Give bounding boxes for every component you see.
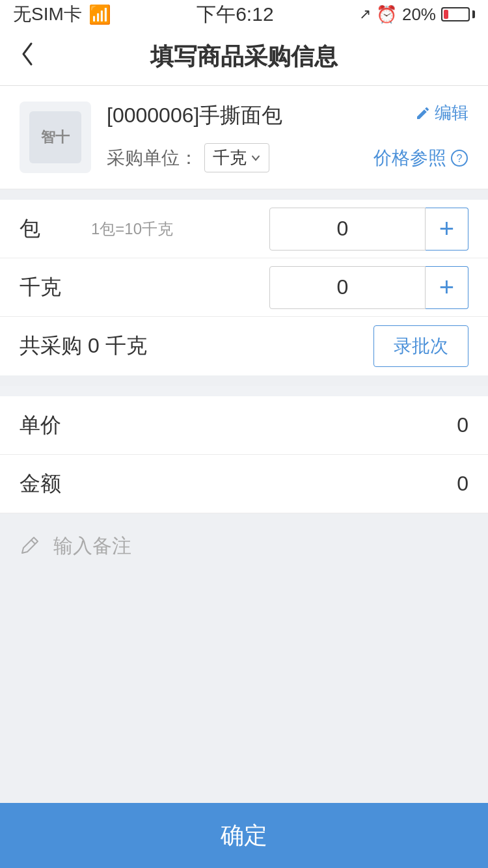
location-icon: ↗ — [359, 6, 371, 23]
battery-percent: 20% — [402, 5, 436, 25]
amount-label: 金额 — [20, 470, 61, 498]
battery-icon — [441, 7, 475, 21]
edit-icon — [415, 105, 431, 121]
bag-sublabel: 1包=10千克 — [91, 219, 173, 239]
kg-input-right: + — [269, 266, 468, 309]
notes-placeholder: 输入备注 — [53, 533, 131, 560]
info-icon: ? — [450, 149, 468, 167]
kg-input-row: 千克 + — [0, 258, 488, 317]
confirm-label: 确定 — [221, 820, 267, 852]
divider-1 — [0, 189, 488, 200]
product-section: 智十 [0000006]手撕面包 编辑 采购单位： 千克 — [0, 86, 488, 189]
unit-price-row: 单价 0 — [0, 396, 488, 455]
bag-input-row: 包 1包=10千克 + — [0, 200, 488, 258]
chevron-down-icon — [251, 153, 261, 163]
time-label: 下午6:12 — [197, 1, 273, 28]
product-header: [0000006]手撕面包 编辑 — [107, 102, 468, 130]
total-text: 共采购 0 千克 — [20, 332, 147, 360]
amount-row: 金额 0 — [0, 455, 488, 513]
kg-quantity-input[interactable] — [269, 266, 426, 309]
status-right: ↗ ⏰ 20% — [359, 5, 475, 25]
input-section: 包 1包=10千克 + 千克 + — [0, 200, 488, 317]
svg-text:?: ? — [457, 153, 463, 164]
kg-label: 千克 — [20, 273, 85, 302]
edit-button[interactable]: 编辑 — [415, 102, 468, 124]
product-image: 智十 — [20, 102, 91, 173]
bag-label: 包 — [20, 215, 85, 243]
wifi-icon: 📶 — [88, 4, 111, 25]
bag-quantity-input[interactable] — [269, 208, 426, 251]
bag-input-right: + — [269, 208, 468, 251]
bag-plus-button[interactable]: + — [426, 208, 468, 251]
nav-bar: 填写商品采购信息 — [0, 29, 488, 86]
amount-value: 0 — [457, 472, 468, 496]
back-button[interactable] — [20, 34, 48, 79]
total-row: 共采购 0 千克 录批次 — [0, 317, 488, 375]
kg-plus-button[interactable]: + — [426, 266, 468, 309]
product-logo: 智十 — [29, 111, 81, 163]
status-bar: 无SIM卡 📶 下午6:12 ↗ ⏰ 20% — [0, 0, 488, 29]
status-left: 无SIM卡 📶 — [13, 2, 111, 27]
content-spacer — [0, 579, 488, 803]
pencil-icon — [20, 535, 43, 558]
product-name: [0000006]手撕面包 — [107, 102, 282, 130]
unit-select[interactable]: 千克 — [204, 143, 269, 172]
notes-section[interactable]: 输入备注 — [0, 513, 488, 579]
unit-label: 采购单位： — [107, 146, 198, 170]
unit-price-value: 0 — [457, 413, 468, 437]
unit-price-label: 单价 — [20, 411, 61, 440]
product-unit-row: 采购单位： 千克 价格参照 ? — [107, 143, 468, 172]
divider-2 — [0, 375, 488, 386]
carrier-label: 无SIM卡 — [13, 2, 82, 27]
info-section: 单价 0 金额 0 — [0, 396, 488, 513]
svg-line-2 — [31, 540, 35, 544]
price-ref-button[interactable]: 价格参照 ? — [373, 146, 468, 170]
product-info: [0000006]手撕面包 编辑 采购单位： 千克 — [107, 102, 468, 172]
page-title: 填写商品采购信息 — [150, 41, 338, 73]
confirm-button[interactable]: 确定 — [0, 803, 488, 868]
record-batch-button[interactable]: 录批次 — [373, 325, 468, 367]
alarm-icon: ⏰ — [376, 5, 397, 25]
